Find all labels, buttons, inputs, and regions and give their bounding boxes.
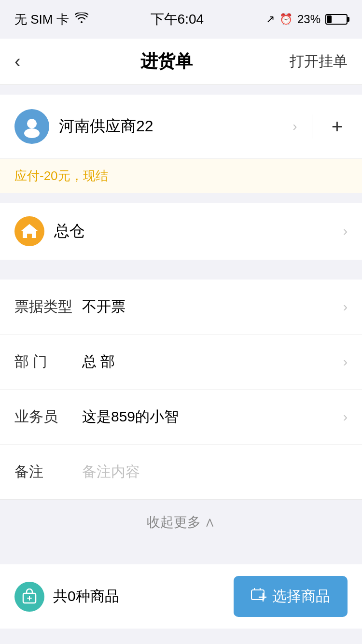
nav-bar: ‹ 进货单 打开挂单 — [0, 39, 362, 85]
product-count-area: 共0种商品 — [14, 582, 119, 612]
back-button[interactable]: ‹ — [14, 51, 43, 72]
warehouse-icon — [14, 216, 44, 246]
salesperson-label: 业务员 — [14, 407, 82, 427]
add-supplier-button[interactable]: + — [327, 116, 348, 138]
section-divider-4 — [0, 545, 362, 555]
select-product-icon — [251, 588, 266, 605]
svg-point-1 — [24, 128, 40, 138]
page-background — [0, 629, 362, 644]
invoice-type-arrow-icon: › — [343, 299, 348, 315]
alarm-icon: ⏰ — [279, 13, 292, 26]
status-bar: 无 SIM 卡 下午6:04 ↗ ⏰ 23% — [0, 0, 362, 39]
department-row[interactable]: 部 门 总 部 › — [0, 335, 362, 390]
vertical-divider — [312, 114, 312, 139]
warehouse-name: 总仓 — [54, 221, 343, 242]
invoice-type-label: 票据类型 — [14, 297, 82, 317]
product-count-text: 共0种商品 — [53, 587, 119, 606]
supplier-row[interactable]: 河南供应商22 › + — [0, 95, 362, 159]
form-section: 票据类型 不开票 › 部 门 总 部 › 业务员 这是859的小智 › 备注 备… — [0, 280, 362, 499]
supplier-name: 河南供应商22 — [59, 116, 292, 137]
svg-marker-3 — [21, 224, 38, 231]
invoice-type-row[interactable]: 票据类型 不开票 › — [0, 280, 362, 335]
collapse-button[interactable]: 收起更多 ∧ — [0, 499, 362, 545]
notice-banner: 应付-20元，现结 — [0, 159, 362, 193]
product-icon — [14, 582, 44, 612]
warehouse-section: 总仓 › — [0, 203, 362, 260]
department-label: 部 门 — [14, 352, 82, 372]
status-time: 下午6:04 — [151, 10, 204, 28]
remark-row[interactable]: 备注 备注内容 — [0, 445, 362, 499]
svg-rect-4 — [27, 234, 32, 238]
section-divider-2 — [0, 193, 362, 203]
warehouse-row[interactable]: 总仓 › — [0, 203, 362, 260]
avatar — [14, 109, 49, 144]
open-pending-button[interactable]: 打开挂单 — [290, 52, 348, 71]
select-product-label: 选择商品 — [272, 587, 330, 606]
remark-label: 备注 — [14, 462, 82, 482]
battery-icon — [325, 14, 348, 25]
supplier-section: 河南供应商22 › + 应付-20元，现结 — [0, 95, 362, 193]
salesperson-arrow-icon: › — [343, 409, 348, 425]
department-value: 总 部 — [82, 352, 343, 372]
location-icon: ↗ — [266, 13, 275, 26]
department-arrow-icon: › — [343, 354, 348, 370]
remark-input[interactable]: 备注内容 — [82, 462, 348, 482]
status-right: ↗ ⏰ 23% — [266, 13, 348, 26]
salesperson-value: 这是859的小智 — [82, 407, 343, 427]
supplier-arrow-icon: › — [292, 119, 297, 134]
invoice-type-value: 不开票 — [82, 297, 343, 317]
carrier-text: 无 SIM 卡 — [14, 11, 69, 28]
svg-point-0 — [27, 119, 37, 128]
bottom-bar: 共0种商品 选择商品 — [0, 564, 362, 629]
svg-rect-8 — [251, 590, 264, 600]
wifi-icon — [75, 13, 88, 26]
warehouse-arrow-icon: › — [343, 224, 348, 239]
section-divider-1 — [0, 85, 362, 95]
battery-percent: 23% — [297, 13, 320, 26]
status-left: 无 SIM 卡 — [14, 11, 88, 28]
select-product-button[interactable]: 选择商品 — [234, 576, 348, 617]
salesperson-row[interactable]: 业务员 这是859的小智 › — [0, 390, 362, 445]
page-title: 进货单 — [140, 50, 193, 73]
section-divider-3 — [0, 260, 362, 270]
